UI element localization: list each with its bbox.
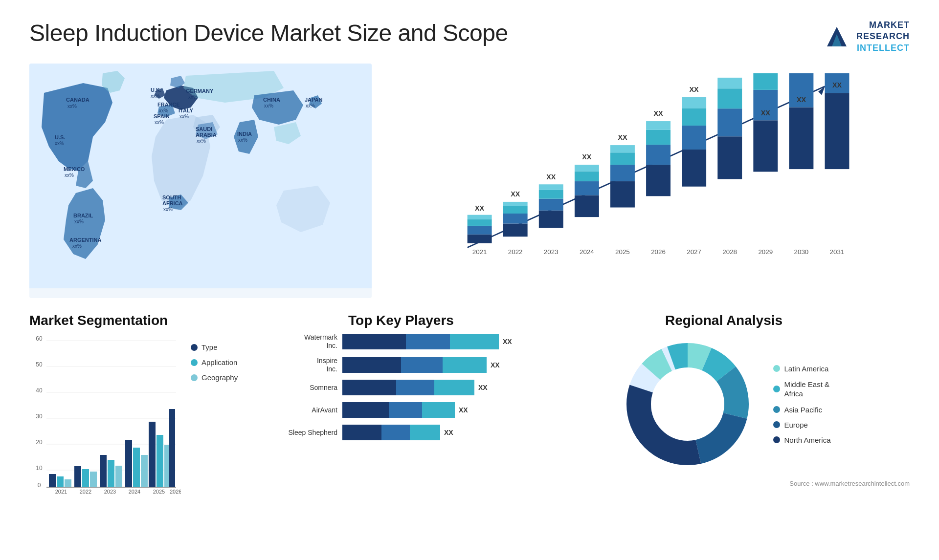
svg-text:xx%: xx% bbox=[197, 138, 206, 144]
player-row-sleep-shepherd: Sleep Shepherd XX bbox=[284, 425, 518, 440]
svg-text:xx%: xx% bbox=[55, 141, 64, 146]
svg-text:xx%: xx% bbox=[179, 114, 189, 119]
svg-rect-56 bbox=[575, 181, 599, 195]
segmentation-container: Market Segmentation 60 50 40 30 20 10 0 bbox=[29, 313, 264, 538]
svg-text:2023: 2023 bbox=[104, 489, 116, 495]
svg-rect-61 bbox=[610, 181, 635, 207]
svg-text:xx%: xx% bbox=[163, 207, 173, 212]
svg-text:ARGENTINA: ARGENTINA bbox=[69, 237, 101, 243]
svg-rect-51 bbox=[539, 190, 563, 199]
svg-rect-58 bbox=[575, 165, 599, 171]
svg-text:2028: 2028 bbox=[722, 248, 737, 256]
svg-text:2021: 2021 bbox=[55, 489, 67, 495]
svg-rect-116 bbox=[74, 466, 81, 487]
svg-rect-93 bbox=[825, 93, 850, 169]
svg-text:xx%: xx% bbox=[74, 219, 84, 224]
svg-rect-125 bbox=[133, 448, 140, 487]
svg-rect-39 bbox=[468, 219, 492, 226]
bottom-section: Market Segmentation 60 50 40 30 20 10 0 bbox=[29, 313, 910, 538]
svg-text:XX: XX bbox=[832, 82, 842, 89]
svg-rect-80 bbox=[717, 108, 742, 136]
svg-text:2022: 2022 bbox=[508, 248, 523, 256]
svg-text:2029: 2029 bbox=[758, 248, 773, 256]
segmentation-svg: 60 50 40 30 20 10 0 bbox=[29, 333, 181, 499]
svg-text:ARABIA: ARABIA bbox=[196, 132, 217, 138]
svg-text:XX: XX bbox=[582, 153, 592, 161]
svg-text:CANADA: CANADA bbox=[66, 97, 89, 103]
page: Sleep Induction Device Market Size and S… bbox=[0, 0, 939, 560]
svg-text:AFRICA: AFRICA bbox=[162, 200, 183, 206]
svg-text:30: 30 bbox=[36, 413, 43, 420]
legend-dot-geography bbox=[191, 374, 198, 381]
svg-rect-117 bbox=[82, 469, 89, 487]
regional-chart: Latin America Middle East &Africa Asia P… bbox=[538, 333, 910, 475]
segmentation-title: Market Segmentation bbox=[29, 313, 264, 328]
player-row-somnera: Somnera XX bbox=[284, 380, 518, 395]
svg-text:XX: XX bbox=[475, 204, 485, 212]
bar-chart-container: XX 2021 XX 2022 XX 2023 bbox=[391, 64, 910, 298]
svg-text:2030: 2030 bbox=[794, 248, 809, 256]
svg-text:2025: 2025 bbox=[615, 248, 630, 256]
svg-text:xx%: xx% bbox=[159, 108, 168, 113]
player-row-watermark: WatermarkInc. XX bbox=[284, 333, 518, 350]
svg-rect-45 bbox=[503, 206, 528, 214]
legend-north-america: North America bbox=[773, 436, 830, 444]
svg-text:xx%: xx% bbox=[65, 172, 74, 178]
players-list: WatermarkInc. XX InspireInc. bbox=[284, 333, 518, 440]
world-map-svg: CANADA xx% U.S. xx% MEXICO xx% BRAZIL xx… bbox=[29, 64, 372, 288]
svg-text:FRANCE: FRANCE bbox=[157, 102, 180, 108]
svg-text:MEXICO: MEXICO bbox=[64, 166, 85, 172]
svg-rect-63 bbox=[610, 152, 635, 165]
source-text: Source : www.marketresearchintellect.com bbox=[538, 480, 910, 487]
svg-text:XX: XX bbox=[797, 96, 806, 104]
svg-rect-55 bbox=[575, 195, 599, 217]
svg-rect-129 bbox=[156, 435, 163, 487]
svg-rect-50 bbox=[539, 199, 563, 211]
legend-europe: Europe bbox=[773, 421, 830, 429]
player-row-inspire: InspireInc. XX bbox=[284, 357, 518, 373]
svg-text:GERMANY: GERMANY bbox=[186, 88, 214, 94]
svg-text:XX: XX bbox=[618, 134, 627, 142]
svg-text:2026: 2026 bbox=[651, 248, 666, 256]
svg-text:xx%: xx% bbox=[155, 120, 164, 125]
svg-rect-126 bbox=[141, 455, 148, 487]
svg-rect-132 bbox=[169, 409, 175, 487]
svg-text:2023: 2023 bbox=[544, 248, 559, 256]
svg-rect-57 bbox=[575, 172, 599, 182]
svg-text:xx%: xx% bbox=[264, 103, 273, 108]
svg-text:xx%: xx% bbox=[188, 94, 198, 100]
top-section: CANADA xx% U.S. xx% MEXICO xx% BRAZIL xx… bbox=[29, 64, 910, 298]
svg-text:SPAIN: SPAIN bbox=[154, 113, 170, 119]
svg-rect-64 bbox=[610, 145, 635, 152]
svg-text:XX: XX bbox=[546, 173, 556, 181]
svg-rect-113 bbox=[57, 476, 64, 487]
page-title: Sleep Induction Device Market Size and S… bbox=[29, 20, 508, 46]
svg-rect-76 bbox=[682, 97, 706, 108]
legend-latin-america: Latin America bbox=[773, 365, 830, 373]
regional-title: Regional Analysis bbox=[538, 313, 910, 328]
svg-text:2027: 2027 bbox=[687, 248, 701, 256]
svg-rect-86 bbox=[753, 120, 778, 172]
svg-text:2024: 2024 bbox=[129, 489, 140, 495]
svg-rect-62 bbox=[610, 165, 635, 181]
svg-text:XX: XX bbox=[690, 86, 699, 93]
svg-rect-120 bbox=[100, 455, 107, 487]
svg-rect-81 bbox=[717, 88, 742, 108]
svg-text:20: 20 bbox=[36, 439, 43, 446]
svg-rect-128 bbox=[149, 422, 156, 487]
svg-text:10: 10 bbox=[36, 465, 43, 472]
svg-point-140 bbox=[652, 369, 723, 439]
svg-text:JAPAN: JAPAN bbox=[305, 97, 323, 103]
svg-text:2026: 2026 bbox=[170, 489, 181, 495]
world-map-container: CANADA xx% U.S. xx% MEXICO xx% BRAZIL xx… bbox=[29, 64, 372, 298]
logo-icon bbox=[822, 22, 851, 51]
svg-rect-40 bbox=[468, 215, 492, 219]
logo: MARKET RESEARCH INTELLECT bbox=[822, 20, 910, 54]
svg-rect-67 bbox=[646, 165, 671, 196]
header: Sleep Induction Device Market Size and S… bbox=[29, 20, 910, 54]
svg-text:U.K.: U.K. bbox=[151, 87, 161, 93]
svg-text:U.S.: U.S. bbox=[55, 134, 65, 140]
svg-rect-52 bbox=[539, 184, 563, 190]
svg-rect-38 bbox=[468, 226, 492, 235]
svg-text:2025: 2025 bbox=[153, 489, 165, 495]
